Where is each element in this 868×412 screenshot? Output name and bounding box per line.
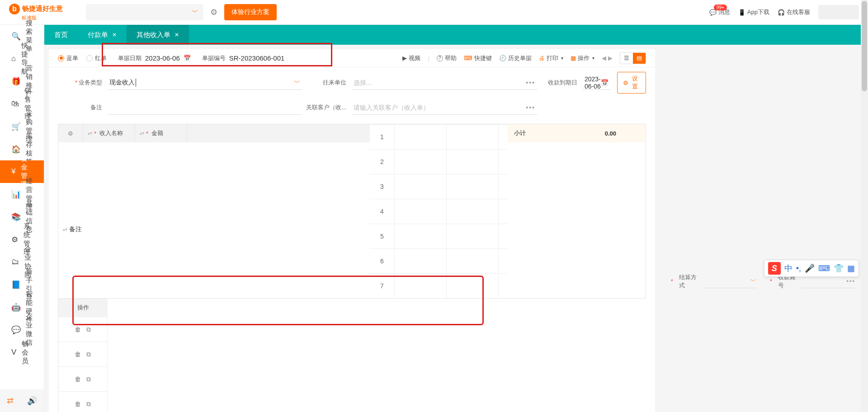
- operate-link[interactable]: ▦操作▾: [571, 54, 594, 62]
- delete-icon[interactable]: 🗑: [75, 351, 81, 358]
- sidebar-item-guide[interactable]: 📘新手引导: [0, 273, 44, 296]
- biz-type-select[interactable]: 现金收入 ﹀: [108, 75, 302, 90]
- calendar-icon[interactable]: 📅: [601, 79, 609, 86]
- delete-icon[interactable]: 🗑: [75, 400, 81, 407]
- cell-name[interactable]: [395, 224, 447, 248]
- cell-name[interactable]: [395, 249, 447, 273]
- table-row[interactable]: 3: [370, 174, 508, 199]
- cell-remark[interactable]: [499, 199, 508, 224]
- th-remark[interactable]: ▴▾备注: [58, 142, 370, 316]
- cell-amount[interactable]: [447, 274, 499, 298]
- copy-icon[interactable]: ⧉: [86, 351, 91, 358]
- messages-link[interactable]: 💬 消息 99+: [709, 8, 730, 16]
- ime-toolbox-icon[interactable]: ▦: [847, 263, 855, 273]
- table-row[interactable]: 5: [370, 224, 508, 248]
- video-link[interactable]: ▶视频: [402, 54, 420, 62]
- remark-input[interactable]: [108, 100, 302, 115]
- settings-button[interactable]: ⚙设置: [617, 72, 646, 94]
- online-service-link[interactable]: 🎧 在线客服: [778, 8, 810, 16]
- arrow-left-icon[interactable]: ◀: [602, 55, 606, 61]
- copy-icon[interactable]: ⧉: [86, 326, 91, 333]
- sidebar-item-quick-nav[interactable]: ⌂快捷导航: [0, 47, 44, 70]
- copy-icon[interactable]: ⧉: [86, 375, 91, 383]
- delete-icon[interactable]: 🗑: [75, 326, 81, 333]
- th-settings[interactable]: ⚙: [58, 124, 83, 142]
- table-row[interactable]: 1: [370, 124, 508, 149]
- ime-keyboard-icon[interactable]: ⌨: [818, 263, 830, 273]
- method-select[interactable]: ﹀: [702, 275, 756, 288]
- th-name[interactable]: ▴▾*收入名称: [83, 124, 135, 142]
- try-industry-button[interactable]: 体验行业方案: [224, 4, 277, 20]
- view-grid-icon[interactable]: ▤: [633, 53, 646, 64]
- date-value[interactable]: 2023-06-06: [145, 54, 180, 62]
- ime-skin-icon[interactable]: 👕: [834, 263, 844, 273]
- delete-icon[interactable]: 🗑: [75, 375, 81, 383]
- history-link[interactable]: 🕘历史单据: [499, 54, 532, 62]
- ime-mic-icon[interactable]: 🎤: [805, 263, 815, 273]
- cell-name[interactable]: [395, 174, 447, 199]
- ime-punct-icon[interactable]: •,: [796, 264, 801, 273]
- arrow-right-icon[interactable]: ▶: [608, 55, 613, 61]
- cell-remark[interactable]: [499, 249, 508, 273]
- cell-name[interactable]: [395, 274, 447, 298]
- cell-remark[interactable]: [499, 150, 508, 174]
- th-amount[interactable]: ▴▾*金额: [135, 124, 187, 142]
- more-icon[interactable]: •••: [526, 104, 535, 111]
- table-row[interactable]: 6: [370, 248, 508, 273]
- sidebar-item-wecom[interactable]: 💬企业微信: [0, 318, 44, 341]
- collapse-icon[interactable]: ⇄: [7, 396, 14, 406]
- sidebar-item-purchase[interactable]: 🛒采购管理: [0, 115, 44, 138]
- tab-2[interactable]: 其他收入单✕: [127, 25, 189, 45]
- cell-name[interactable]: [395, 125, 447, 149]
- cell-name[interactable]: [395, 199, 447, 224]
- close-icon[interactable]: ✕: [175, 32, 179, 38]
- cell-amount[interactable]: [447, 125, 499, 149]
- app-download-link[interactable]: 📱 App下载: [738, 8, 769, 16]
- company-selector[interactable]: ﹀: [86, 4, 203, 20]
- tab-0[interactable]: 首页: [44, 25, 78, 45]
- sidebar-item-operation[interactable]: 📊经营管理: [0, 183, 44, 206]
- scrollbar[interactable]: [861, 0, 868, 412]
- sidebar-item-sales[interactable]: 🛍销售管理: [0, 93, 44, 115]
- cell-amount[interactable]: [447, 224, 499, 248]
- remark-field[interactable]: [109, 104, 300, 111]
- cell-amount[interactable]: [447, 150, 499, 174]
- sidebar-item-base-info[interactable]: 📚基础信息: [0, 206, 44, 228]
- sidebar-item-system[interactable]: ⚙系统管理: [0, 228, 44, 251]
- related-input[interactable]: •••: [352, 100, 537, 115]
- ime-cn-label[interactable]: 中: [784, 263, 793, 274]
- cell-remark[interactable]: [499, 125, 508, 149]
- related-field[interactable]: [354, 104, 526, 111]
- radio-red[interactable]: 红单: [86, 54, 107, 62]
- cell-remark[interactable]: [499, 224, 508, 248]
- sidebar-item-member[interactable]: V畅会员: [0, 341, 44, 364]
- partner-field[interactable]: [354, 79, 526, 86]
- calendar-icon[interactable]: 📅: [184, 55, 191, 61]
- cell-amount[interactable]: [447, 249, 499, 273]
- table-row[interactable]: 4: [370, 199, 508, 224]
- sound-icon[interactable]: 🔊: [27, 396, 37, 406]
- ime-toolbar[interactable]: S 中 •, 🎤 ⌨ 👕 ▦: [764, 260, 859, 277]
- shortcut-link[interactable]: ⌨快捷键: [464, 54, 492, 62]
- help-link[interactable]: ?帮助: [437, 54, 457, 62]
- cell-amount[interactable]: [447, 199, 499, 224]
- radio-blue[interactable]: 蓝单: [58, 54, 78, 62]
- gear-icon[interactable]: ⚙: [210, 7, 217, 17]
- cell-amount[interactable]: [447, 174, 499, 199]
- print-link[interactable]: 🖨打印▾: [539, 54, 563, 62]
- pager[interactable]: ◀▶: [602, 55, 613, 61]
- table-row[interactable]: 2: [370, 149, 508, 174]
- close-icon[interactable]: ✕: [112, 32, 117, 38]
- due-input[interactable]: 2023-06-06 📅: [583, 75, 610, 90]
- copy-icon[interactable]: ⧉: [86, 400, 91, 408]
- cell-remark[interactable]: [499, 174, 508, 199]
- view-list-icon[interactable]: ☰: [620, 53, 633, 64]
- cell-name[interactable]: [395, 150, 447, 174]
- user-block[interactable]: [818, 5, 859, 19]
- sidebar-item-marketing[interactable]: 🎁营销推广: [0, 70, 44, 93]
- sidebar-item-hardware[interactable]: 🤖智能硬件: [0, 296, 44, 318]
- table-row[interactable]: 7: [370, 273, 508, 298]
- more-icon[interactable]: •••: [526, 79, 535, 86]
- sidebar-item-collab[interactable]: 🗂企业协同: [0, 251, 44, 273]
- partner-input[interactable]: •••: [352, 75, 537, 90]
